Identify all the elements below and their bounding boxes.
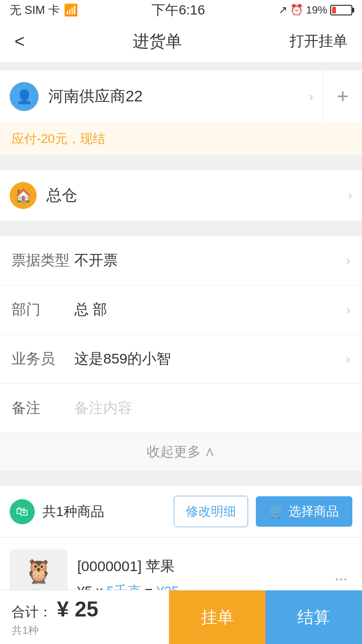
product-more-button[interactable]: ···: [330, 565, 352, 592]
products-header: 🛍 共1种商品 修改明细 🛒 选择商品: [0, 486, 362, 537]
location-icon: ↗: [278, 4, 287, 16]
wifi-icon: 📶: [64, 3, 78, 17]
product-id: [0000001]: [77, 558, 141, 574]
add-supplier-button[interactable]: +: [323, 70, 362, 123]
back-button[interactable]: <: [14, 31, 25, 52]
remark-input[interactable]: 备注内容: [74, 398, 350, 418]
products-icon: 🛍: [10, 499, 35, 524]
warehouse-selector[interactable]: 🏠 总仓 ›: [0, 170, 362, 221]
total-row: 合计： ¥ 25: [12, 597, 157, 621]
top-divider: [0, 63, 362, 70]
checkout-button[interactable]: 结算: [265, 590, 362, 644]
house-icon: 🏠: [15, 188, 32, 204]
form-section: 票据类型 不开票 › 部门 总 部 › 业务员 这是859的小智 › 备注 备注…: [0, 236, 362, 433]
salesman-row[interactable]: 业务员 这是859的小智 ›: [0, 335, 362, 384]
status-left: 无 SIM 卡 📶: [10, 2, 78, 18]
pending-button[interactable]: 挂单: [169, 590, 265, 644]
carrier-text: 无 SIM 卡: [10, 2, 60, 18]
total-label: 合计：: [12, 603, 52, 621]
invoice-value: 不开票: [74, 251, 341, 270]
supplier-chevron-icon: ›: [309, 89, 313, 104]
dept-chevron-icon: ›: [346, 302, 350, 318]
warehouse-chevron-icon: ›: [348, 188, 352, 203]
status-right: ↗ ⏰ 19%: [278, 4, 352, 16]
total-section: 合计： ¥ 25 共1种: [0, 590, 169, 644]
bag-icon: 🛍: [16, 504, 28, 519]
battery-icon: [330, 5, 352, 15]
dept-label: 部门: [12, 300, 74, 320]
dept-value: 总 部: [74, 300, 341, 320]
invoice-label: 票据类型: [12, 251, 74, 270]
salesman-value: 这是859的小智: [74, 349, 341, 369]
page-title: 进货单: [133, 30, 182, 53]
divider-1: [0, 155, 362, 163]
battery-percent: 19%: [306, 4, 327, 16]
open-pending-button[interactable]: 打开挂单: [290, 31, 348, 51]
dept-row[interactable]: 部门 总 部 ›: [0, 285, 362, 335]
supplier-notice: 应付-20元，现结: [0, 123, 362, 155]
select-product-icon: 🛒: [269, 504, 285, 519]
total-amount: ¥ 25: [57, 597, 98, 621]
invoice-type-row[interactable]: 票据类型 不开票 ›: [0, 236, 362, 285]
divider-2: [0, 221, 362, 228]
alarm-icon: ⏰: [290, 4, 303, 16]
invoice-chevron-icon: ›: [346, 253, 350, 268]
supplier-name: 河南供应商22: [48, 86, 304, 107]
remark-row[interactable]: 备注 备注内容: [0, 384, 362, 433]
warehouse-icon: 🏠: [10, 182, 37, 209]
products-count: 共1种商品: [42, 503, 166, 521]
divider-3: [0, 471, 362, 478]
collapse-button[interactable]: 收起更多 ∧: [0, 433, 362, 471]
supplier-selector[interactable]: 👤 河南供应商22 ›: [0, 70, 323, 123]
product-thumb-logo: 🦉: [24, 558, 53, 585]
nav-bar: < 进货单 打开挂单: [0, 20, 362, 63]
status-bar: 无 SIM 卡 📶 下午6:16 ↗ ⏰ 19%: [0, 0, 362, 20]
salesman-chevron-icon: ›: [346, 351, 350, 367]
avatar-icon: 👤: [16, 89, 33, 105]
remark-label: 备注: [12, 398, 74, 418]
salesman-label: 业务员: [12, 349, 74, 369]
select-product-label: 选择商品: [289, 503, 339, 520]
status-time: 下午6:16: [152, 1, 205, 19]
select-product-button[interactable]: 🛒 选择商品: [256, 496, 352, 527]
supplier-section: 👤 河南供应商22 › +: [0, 70, 362, 123]
warehouse-name: 总仓: [46, 185, 343, 206]
product-title: 苹果: [146, 558, 175, 574]
product-name: [0000001] 苹果: [77, 557, 320, 576]
bottom-bar: 合计： ¥ 25 共1种 挂单 结算: [0, 590, 362, 644]
supplier-avatar: 👤: [10, 82, 39, 111]
edit-detail-button[interactable]: 修改明细: [174, 496, 248, 527]
total-count: 共1种: [12, 623, 157, 638]
